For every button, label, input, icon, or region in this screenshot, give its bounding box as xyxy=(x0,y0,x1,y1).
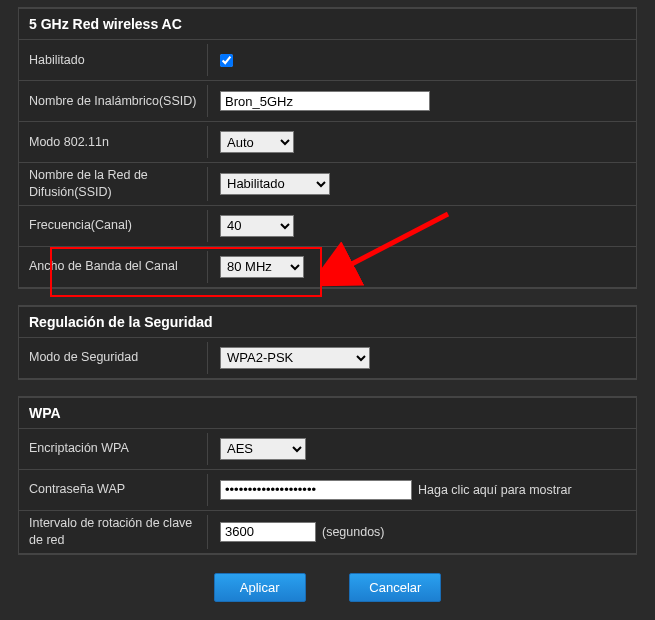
footer-buttons: Aplicar Cancelar xyxy=(18,555,637,608)
label-mode: Modo 802.11n xyxy=(19,126,208,158)
label-enabled: Habilitado xyxy=(19,44,208,76)
row-ssid: Nombre de Inalámbrico(SSID) xyxy=(19,81,636,122)
apply-button[interactable]: Aplicar xyxy=(214,573,306,602)
row-interval: Intervalo de rotación de clave de red (s… xyxy=(19,511,636,554)
broadcast-select[interactable]: Habilitado xyxy=(220,173,330,195)
wireless-5ghz-section: 5 GHz Red wireless AC Habilitado Nombre … xyxy=(18,7,637,289)
row-broadcast: Nombre de la Red de Difusión(SSID) Habil… xyxy=(19,163,636,206)
interval-input[interactable] xyxy=(220,522,316,542)
bandwidth-select[interactable]: 80 MHz xyxy=(220,256,304,278)
encryption-select[interactable]: AES xyxy=(220,438,306,460)
label-bandwidth: Ancho de Banda del Canal xyxy=(19,251,208,283)
section-title-wpa: WPA xyxy=(19,397,636,429)
ssid-input[interactable] xyxy=(220,91,430,111)
label-password: Contraseña WAP xyxy=(19,474,208,506)
secmode-select[interactable]: WPA2-PSK xyxy=(220,347,370,369)
row-channel: Frecuencia(Canal) 40 xyxy=(19,206,636,247)
label-encryption: Encriptación WPA xyxy=(19,433,208,465)
row-mode: Modo 802.11n Auto xyxy=(19,122,636,163)
row-encryption: Encriptación WPA AES xyxy=(19,429,636,470)
row-bandwidth: Ancho de Banda del Canal 80 MHz xyxy=(19,247,636,288)
row-enabled: Habilitado xyxy=(19,40,636,81)
section-title-5ghz: 5 GHz Red wireless AC xyxy=(19,8,636,40)
row-secmode: Modo de Seguridad WPA2-PSK xyxy=(19,338,636,379)
label-secmode: Modo de Seguridad xyxy=(19,342,208,374)
mode-select[interactable]: Auto xyxy=(220,131,294,153)
channel-select[interactable]: 40 xyxy=(220,215,294,237)
label-channel: Frecuencia(Canal) xyxy=(19,210,208,242)
label-interval: Intervalo de rotación de clave de red xyxy=(19,515,208,549)
label-broadcast: Nombre de la Red de Difusión(SSID) xyxy=(19,167,208,201)
section-title-security: Regulación de la Seguridad xyxy=(19,306,636,338)
wpa-section: WPA Encriptación WPA AES Contraseña WAP … xyxy=(18,396,637,555)
cancel-button[interactable]: Cancelar xyxy=(349,573,441,602)
row-password: Contraseña WAP Haga clic aquí para mostr… xyxy=(19,470,636,511)
label-ssid: Nombre de Inalámbrico(SSID) xyxy=(19,85,208,117)
interval-suffix: (segundos) xyxy=(322,525,385,539)
security-section: Regulación de la Seguridad Modo de Segur… xyxy=(18,305,637,380)
password-input[interactable] xyxy=(220,480,412,500)
show-password-hint[interactable]: Haga clic aquí para mostrar xyxy=(418,483,572,497)
enabled-checkbox[interactable] xyxy=(220,54,233,67)
